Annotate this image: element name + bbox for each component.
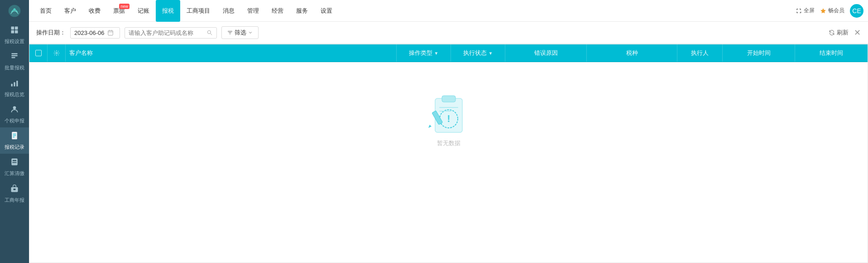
nav-management-label: 管理	[247, 7, 259, 15]
nav-biz-label: 工商项目	[187, 7, 210, 15]
fullscreen-btn[interactable]: 全屏	[796, 7, 815, 15]
fullscreen-label: 全屏	[804, 7, 815, 15]
th-exec-status[interactable]: 执行状态 ▼	[451, 44, 505, 62]
nav-item-invoice[interactable]: 票据 new	[107, 0, 131, 22]
sidebar-item-batch-tax[interactable]: 批量报税	[0, 48, 29, 74]
logo[interactable]	[0, 0, 29, 22]
member-label: 畅会员	[828, 7, 844, 15]
column-settings-icon	[53, 50, 60, 56]
nav-item-home[interactable]: 首页	[34, 0, 58, 22]
logo-icon	[8, 4, 21, 18]
avatar-text: CE	[852, 7, 861, 15]
svg-rect-32	[442, 96, 456, 102]
nav-item-account[interactable]: 记账	[131, 0, 156, 22]
search-box[interactable]	[125, 27, 217, 39]
th-end-time-label: 结束时间	[820, 49, 843, 57]
sidebar-item-personal-tax-label: 个税申报	[5, 117, 24, 124]
refresh-label: 刷新	[837, 29, 849, 37]
th-settings[interactable]	[48, 44, 66, 62]
member-btn[interactable]: 畅会员	[820, 7, 844, 15]
sidebar: 报税设置 批量报税 报税总览 个税申报 报税记录 汇算清缴 工商	[0, 0, 29, 263]
empty-text: 暂无数据	[437, 139, 460, 147]
date-value: 2023-06-06	[74, 29, 105, 36]
chevron-down-icon	[248, 30, 253, 35]
sidebar-item-personal-tax[interactable]: 个税申报	[0, 101, 29, 127]
personal-tax-icon	[10, 105, 19, 116]
th-executor: 执行人	[677, 44, 723, 62]
nav-right: 全屏 畅会员 CE	[796, 4, 863, 18]
close-button[interactable]: ✕	[854, 29, 861, 37]
empty-state: ! 暂无数据	[29, 62, 868, 175]
svg-rect-9	[11, 83, 13, 86]
th-checkbox	[29, 44, 48, 62]
op-type-sort-icon: ▼	[434, 51, 439, 56]
nav-items: 首页 客户 收费 票据 new 记账 报税 工商项目 消息	[34, 0, 796, 22]
date-picker[interactable]: 2023-06-06	[70, 27, 120, 39]
toolbar: 操作日期： 2023-06-06 筛选 刷新 ✕	[29, 22, 868, 44]
nav-item-fee[interactable]: 收费	[82, 0, 107, 22]
sidebar-item-tax-overview[interactable]: 报税总览	[0, 75, 29, 101]
svg-rect-6	[11, 54, 17, 55]
nav-account-label: 记账	[138, 7, 149, 15]
th-executor-label: 执行人	[691, 49, 709, 57]
svg-rect-19	[13, 162, 14, 163]
refresh-button[interactable]: 刷新	[829, 29, 849, 37]
svg-rect-5	[15, 30, 18, 34]
nav-item-management[interactable]: 管理	[241, 0, 265, 22]
nav-item-tax[interactable]: 报税	[156, 0, 180, 22]
calc-payment-icon	[10, 157, 19, 169]
sidebar-item-calc-payment[interactable]: 汇算清缴	[0, 154, 29, 180]
svg-rect-7	[11, 55, 17, 57]
empty-state-icon: !	[426, 89, 471, 139]
search-icon	[206, 29, 213, 36]
svg-point-12	[13, 106, 16, 109]
svg-marker-38	[428, 125, 432, 128]
th-end-time: 结束时间	[795, 44, 868, 62]
nav-item-client[interactable]: 客户	[58, 0, 82, 22]
table-header: 客户名称 操作类型 ▼ 执行状态 ▼ 错误原因 税种 执行人	[29, 44, 868, 62]
nav-item-settings[interactable]: 设置	[314, 0, 339, 22]
svg-rect-2	[11, 27, 14, 30]
th-tax-type-label: 税种	[626, 49, 638, 57]
svg-rect-3	[15, 27, 18, 30]
calendar-icon	[107, 29, 114, 36]
member-icon	[820, 8, 826, 14]
nav-item-message[interactable]: 消息	[216, 0, 241, 22]
svg-point-1	[14, 8, 16, 10]
select-all-checkbox[interactable]	[35, 50, 42, 56]
th-op-type[interactable]: 操作类型 ▼	[397, 44, 451, 62]
search-input[interactable]	[129, 29, 205, 36]
svg-rect-24	[108, 30, 113, 35]
sidebar-item-batch-tax-label: 批量报税	[5, 64, 24, 71]
svg-rect-20	[14, 162, 15, 163]
nav-operation-label: 经营	[272, 7, 283, 15]
th-error-reason-label: 错误原因	[534, 49, 558, 57]
svg-line-29	[211, 34, 212, 35]
filter-icon	[227, 30, 233, 35]
svg-rect-23	[14, 189, 16, 190]
th-client-name: 客户名称	[66, 44, 397, 62]
sidebar-item-tax-records[interactable]: 报税记录	[0, 127, 29, 154]
svg-rect-8	[11, 57, 15, 58]
nav-home-label: 首页	[40, 7, 52, 15]
tax-overview-icon	[10, 78, 19, 90]
sidebar-item-tax-settings-label: 报税设置	[5, 38, 24, 44]
batch-tax-icon	[10, 52, 19, 63]
date-label: 操作日期：	[36, 29, 66, 37]
filter-button[interactable]: 筛选	[221, 26, 259, 39]
table-container: 客户名称 操作类型 ▼ 执行状态 ▼ 错误原因 税种 执行人	[29, 44, 868, 263]
tax-settings-icon	[10, 25, 19, 37]
sidebar-item-tax-settings[interactable]: 报税设置	[0, 22, 29, 48]
sidebar-item-tax-records-label: 报税记录	[5, 144, 24, 150]
sidebar-item-annual-report[interactable]: 工商年报	[0, 180, 29, 207]
th-client-name-label: 客户名称	[69, 49, 93, 57]
avatar[interactable]: CE	[850, 4, 863, 18]
nav-fee-label: 收费	[89, 7, 101, 15]
fullscreen-icon	[796, 8, 802, 14]
new-badge: new	[119, 4, 129, 10]
nav-item-biz-project[interactable]: 工商项目	[180, 0, 216, 22]
nav-item-operation[interactable]: 经营	[265, 0, 290, 22]
nav-item-service[interactable]: 服务	[290, 0, 314, 22]
refresh-icon	[829, 29, 835, 36]
svg-rect-10	[14, 82, 15, 86]
